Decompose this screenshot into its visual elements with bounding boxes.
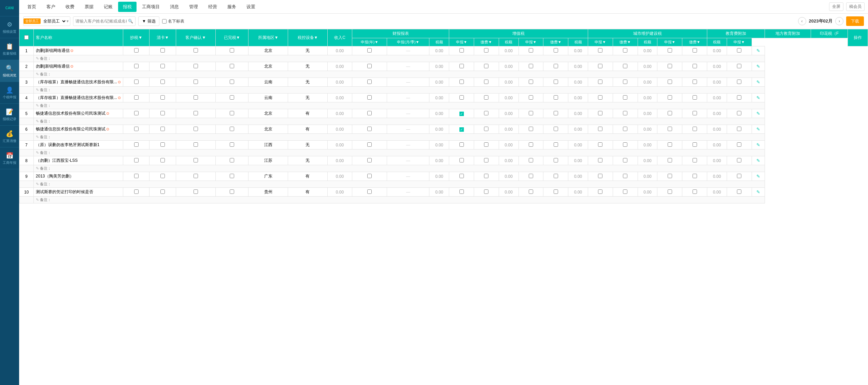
cell-zengshui-apply[interactable] — [449, 46, 474, 55]
cell-caibao-year[interactable] — [352, 172, 387, 181]
note-edit-icon[interactable]: ✎ — [36, 151, 39, 155]
cell-yiwanshu[interactable] — [215, 78, 248, 87]
cell-zengshui-apply[interactable] — [449, 78, 474, 87]
search-input[interactable] — [75, 19, 127, 24]
cell-chengshi-pay[interactable] — [543, 141, 568, 149]
cell-caibao-year[interactable] — [352, 78, 387, 87]
cell-difang-apply[interactable] — [657, 62, 682, 71]
cell-caibao-year[interactable] — [352, 94, 387, 102]
cell-jiaoyufei-apply[interactable] — [588, 94, 613, 102]
nav-fuwu[interactable]: 服务 — [223, 2, 241, 12]
download-button[interactable]: 下载 — [846, 16, 864, 26]
cell-kehuqueren[interactable] — [176, 62, 216, 71]
table-container[interactable]: 客户名称 抄税▼ 清卡▼ 客户确认▼ 已完税▼ 所属地区▼ 税控设备▼ 收入C … — [19, 29, 868, 385]
cell-qingka[interactable] — [150, 109, 176, 118]
cell-jiaoyufei-apply[interactable] — [588, 78, 613, 87]
edit-icon[interactable]: ✎ — [756, 48, 760, 53]
cell-chengshi-apply[interactable] — [518, 125, 543, 134]
cell-zengshui-apply[interactable] — [449, 188, 474, 197]
cell-difang-pay[interactable] — [682, 109, 707, 118]
cell-difang-apply[interactable] — [657, 94, 682, 102]
cell-chengshi-apply[interactable] — [518, 46, 543, 55]
cell-chengshi-pay[interactable] — [543, 172, 568, 181]
cell-yinhua-apply[interactable] — [727, 109, 752, 118]
note-edit-icon[interactable]: ✎ — [36, 198, 39, 202]
cell-zengshui-pay[interactable] — [474, 172, 499, 181]
edit-icon[interactable]: ✎ — [756, 189, 760, 195]
cell-jiaoyufei-apply[interactable] — [588, 141, 613, 149]
cell-operation[interactable]: ✎ — [752, 46, 765, 55]
cell-operation[interactable]: ✎ — [752, 62, 765, 71]
cell-difang-pay[interactable] — [682, 78, 707, 87]
sidebar-item-liulan[interactable]: 🔍 报税浏览 — [0, 60, 19, 82]
cell-chaoshu[interactable] — [123, 125, 150, 134]
cell-jiaoyufei-pay[interactable] — [613, 62, 638, 71]
cell-difang-pay[interactable] — [682, 141, 707, 149]
mingxia-checkbox[interactable] — [162, 19, 167, 24]
cell-caibao-year[interactable] — [352, 46, 387, 55]
cell-qingka[interactable] — [150, 125, 176, 134]
cell-zengshui-apply[interactable] — [449, 141, 474, 149]
cell-difang-apply[interactable] — [657, 188, 682, 197]
cell-difang-pay[interactable] — [682, 156, 707, 165]
cell-operation[interactable]: ✎ — [752, 78, 765, 87]
filter-button[interactable]: ▼ 筛选 — [138, 16, 159, 26]
cell-difang-apply[interactable] — [657, 46, 682, 55]
sidebar-item-baoshuishezhi[interactable]: ⚙ 报税设置 — [0, 16, 19, 38]
cell-chaoshu[interactable] — [123, 46, 150, 55]
cell-zengshui-apply[interactable] — [449, 156, 474, 165]
cell-difang-pay[interactable] — [682, 188, 707, 197]
cell-zengshui-pay[interactable] — [474, 62, 499, 71]
cell-chengshi-apply[interactable] — [518, 62, 543, 71]
cell-chaoshu[interactable] — [123, 109, 150, 118]
cell-difang-pay[interactable] — [682, 46, 707, 55]
sidebar-item-gongshangnianbao[interactable]: 📅 工商年报 — [0, 147, 19, 169]
edit-icon[interactable]: ✎ — [756, 158, 760, 163]
cell-difang-pay[interactable] — [682, 94, 707, 102]
edit-icon[interactable]: ✎ — [756, 80, 760, 85]
cell-yiwanshu[interactable] — [215, 46, 248, 55]
cell-yinhua-apply[interactable] — [727, 156, 752, 165]
cell-difang-apply[interactable] — [657, 78, 682, 87]
select-all-checkbox[interactable] — [24, 35, 29, 40]
cell-qingka[interactable] — [150, 46, 176, 55]
cell-chengshi-pay[interactable] — [543, 156, 568, 165]
cell-zengshui-pay[interactable] — [474, 141, 499, 149]
cell-chengshi-pay[interactable] — [543, 188, 568, 197]
vip-btn[interactable]: 稿会员 — [846, 2, 865, 11]
cell-jiaoyufei-pay[interactable] — [613, 125, 638, 134]
cell-caibao-year[interactable] — [352, 188, 387, 197]
cell-caibao-year[interactable] — [352, 62, 387, 71]
cell-chengshi-apply[interactable] — [518, 109, 543, 118]
cell-chengshi-pay[interactable] — [543, 46, 568, 55]
edit-icon[interactable]: ✎ — [756, 95, 760, 100]
cell-qingka[interactable] — [150, 62, 176, 71]
cell-zengshui-pay[interactable] — [474, 125, 499, 134]
cell-zengshui-pay[interactable] — [474, 156, 499, 165]
cell-qingka[interactable] — [150, 94, 176, 102]
cell-yiwanshu[interactable] — [215, 141, 248, 149]
cell-zengshui-apply[interactable]: ✓ — [449, 125, 474, 134]
cell-kehuqueren[interactable] — [176, 188, 216, 197]
cell-jiaoyufei-apply[interactable] — [588, 188, 613, 197]
cell-chaoshu[interactable] — [123, 94, 150, 102]
note-edit-icon[interactable]: ✎ — [36, 119, 39, 123]
cell-difang-apply[interactable] — [657, 141, 682, 149]
cell-yiwanshu[interactable] — [215, 125, 248, 134]
nav-shoufei[interactable]: 收费 — [61, 2, 79, 12]
cell-yinhua-apply[interactable] — [727, 141, 752, 149]
cell-yiwanshu[interactable] — [215, 188, 248, 197]
cell-yiwanshu[interactable] — [215, 62, 248, 71]
cell-zengshui-apply[interactable] — [449, 94, 474, 102]
cell-qingka[interactable] — [150, 156, 176, 165]
cell-kehuqueren[interactable] — [176, 94, 216, 102]
cell-jiaoyufei-apply[interactable] — [588, 156, 613, 165]
cell-yinhua-apply[interactable] — [727, 78, 752, 87]
cell-jiaoyufei-apply[interactable] — [588, 62, 613, 71]
cell-caibao-year[interactable] — [352, 125, 387, 134]
cell-jiaoyufei-pay[interactable] — [613, 156, 638, 165]
cell-kehuqueren[interactable] — [176, 156, 216, 165]
cell-zengshui-pay[interactable] — [474, 46, 499, 55]
cell-jiaoyufei-apply[interactable] — [588, 109, 613, 118]
cell-caibao-year[interactable] — [352, 109, 387, 118]
